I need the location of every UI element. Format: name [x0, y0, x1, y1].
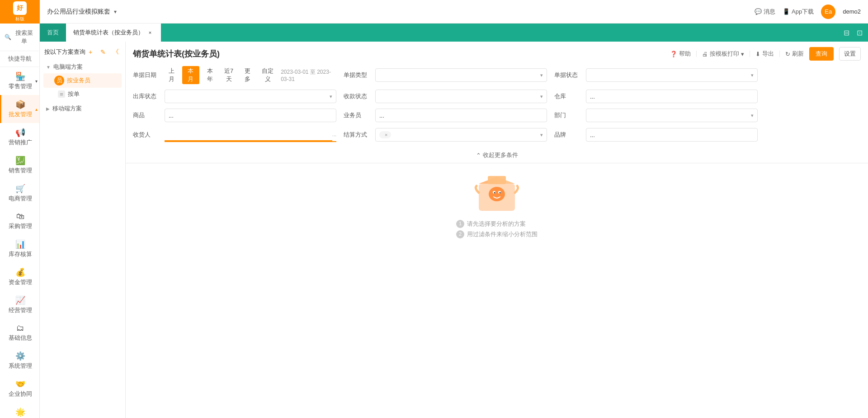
left-panel: 按以下方案查询 + ✎ 《 ▼ 电脑端方案 员 — [40, 42, 126, 418]
filter-row-3: 商品 ... 业务员 ... 部门 — [133, 109, 861, 122]
goods-select[interactable]: ... — [165, 109, 336, 122]
sidebar-item-enterprise[interactable]: 🤝 企业协同 — [0, 375, 39, 403]
purchase-icon: 🛍 — [16, 212, 24, 221]
dept-arrow: ▾ — [751, 113, 754, 119]
collapse-panel-btn[interactable]: 《 — [111, 47, 121, 57]
export-btn[interactable]: ⬇ 导出 — [755, 50, 774, 58]
newbie-icon: 🌟 — [15, 407, 25, 417]
brand-select[interactable]: ... — [586, 128, 758, 142]
doc-type-arrow: ▾ — [540, 72, 543, 78]
warehouse-select[interactable]: ... — [586, 90, 758, 103]
app-download-btn[interactable]: 📱 App下载 — [783, 8, 814, 16]
settings-btn[interactable]: 设置 — [839, 47, 861, 61]
consignee-more[interactable]: ... — [332, 132, 336, 137]
tab-maximize-btn[interactable]: ⊡ — [853, 27, 866, 39]
doc-type-select[interactable]: ▾ — [375, 68, 547, 82]
mobile-group-label: 移动端方案 — [52, 104, 82, 113]
current-month-btn[interactable]: 本月 — [182, 66, 200, 84]
staff-schema-icon: 员 — [54, 76, 64, 86]
print-btn[interactable]: 🖨 按模板打印 ▾ — [702, 50, 744, 58]
basic-icon: 🗂 — [16, 323, 24, 333]
empty-tip-1: 1 请先选择要分析的方案 — [456, 218, 538, 229]
schema-section: ▼ 电脑端方案 员 按业务员 ≡ 按单 — [40, 61, 125, 117]
sidebar-item-finance[interactable]: 💰 资金管理 — [0, 263, 39, 291]
payment-control: ▾ — [375, 90, 547, 103]
consignee-label: 收货人 — [133, 131, 165, 139]
left-panel-actions: + ✎ 《 — [85, 47, 121, 57]
outbound-select[interactable]: ▾ — [165, 90, 336, 103]
search-menu-section: 🔍 搜索菜单 — [0, 24, 39, 51]
schema-item-by-staff[interactable]: 员 按业务员 — [43, 73, 122, 88]
message-icon: 💬 — [755, 8, 762, 15]
user-avatar[interactable]: Ea — [821, 5, 835, 19]
edit-schema-btn[interactable]: ✎ — [98, 47, 108, 57]
warehouse-more: ... — [590, 93, 595, 100]
refresh-icon: ↻ — [785, 51, 790, 57]
dept-label: 部门 — [554, 111, 586, 119]
collapse-icon: ⌃ — [476, 152, 481, 159]
sidebar-item-basic[interactable]: 🗂 基础信息 — [0, 319, 39, 347]
dept-control: ▾ — [586, 109, 758, 122]
quick-nav-button[interactable]: 快捷导航 — [3, 53, 37, 65]
main-area: 办公用品行业模拟账套 ▾ 💬 消息 📱 App下载 Ea demo2 首页 销货… — [40, 0, 868, 418]
print-dropdown-icon: ▾ — [741, 51, 744, 57]
tab-close-btn[interactable]: × — [146, 29, 154, 36]
divider-2 — [750, 51, 750, 57]
sidebar-item-inventory[interactable]: 📊 库存核算 — [0, 235, 39, 263]
topbar-title: 办公用品行业模拟账套 — [47, 8, 110, 16]
settlement-select[interactable]: × ▾ — [375, 128, 547, 142]
tabbar: 首页 销货单统计表（按业务员） × ⊟ ⊡ — [40, 24, 868, 42]
last-month-btn[interactable]: 上月 — [165, 66, 179, 84]
data-area: 1 请先选择要分析的方案 2 用过滤条件来缩小分析范围 — [126, 163, 868, 418]
add-schema-btn[interactable]: + — [85, 47, 95, 57]
staff-more: ... — [379, 112, 384, 119]
more-date-btn[interactable]: 更多 — [241, 66, 255, 84]
sidebar-item-retail[interactable]: 🏪 零售管理 ▾ — [0, 67, 39, 95]
right-panel: 销货单统计表(按业务员) ❓ 帮助 🖨 按模板打印 ▾ — [126, 42, 868, 418]
warehouse-label: 仓库 — [554, 92, 586, 100]
sidebar-item-newbie[interactable]: 🌟 新手引导 — [0, 403, 39, 418]
empty-svg — [470, 163, 524, 213]
message-btn[interactable]: 💬 消息 — [755, 8, 775, 16]
sidebar-item-marketing[interactable]: 📢 营销推广 — [0, 123, 39, 151]
settlement-tag-clear[interactable]: × — [385, 132, 387, 138]
last-7-days-btn[interactable]: 近7天 — [221, 66, 237, 84]
schema-item-by-order[interactable]: ≡ 按单 — [43, 88, 122, 100]
mobile-schema-group-header[interactable]: ▶ 移动端方案 — [43, 102, 122, 115]
svg-rect-1 — [488, 176, 506, 184]
custom-date-btn[interactable]: 自定义 — [258, 66, 277, 84]
topbar-dropdown-btn[interactable]: ▾ — [114, 9, 117, 15]
payment-select[interactable]: ▾ — [375, 90, 547, 103]
tab-sales-report[interactable]: 销货单统计表（按业务员） × — [66, 24, 161, 42]
filter-row-4: 收货人 ... 结算方式 × — [133, 128, 861, 142]
doc-status-arrow: ▾ — [751, 72, 754, 78]
consignee-control: ... — [165, 128, 336, 142]
search-menu-button[interactable]: 🔍 搜索菜单 — [3, 27, 37, 47]
sidebar-item-sales[interactable]: 💹 销售管理 — [0, 151, 39, 179]
tab-minimize-btn[interactable]: ⊟ — [840, 27, 853, 39]
staff-label: 业务员 — [344, 111, 375, 119]
pc-schema-group-header[interactable]: ▼ 电脑端方案 — [43, 61, 122, 73]
collapse-filters-btn[interactable]: ⌃ 收起更多条件 — [133, 147, 861, 163]
sidebar-item-wholesale[interactable]: 📦 批发管理 ▴ — [0, 95, 39, 123]
refresh-btn[interactable]: ↻ 刷新 — [785, 50, 804, 58]
staff-select[interactable]: ... — [375, 109, 547, 122]
username-label[interactable]: demo2 — [843, 8, 861, 15]
left-panel-title: 按以下方案查询 — [44, 48, 85, 56]
current-year-btn[interactable]: 本年 — [203, 66, 217, 84]
app-logo[interactable]: 好 标版 — [0, 0, 40, 24]
doc-status-select[interactable]: ▾ — [586, 68, 758, 82]
sidebar-item-system[interactable]: ⚙️ 系统管理 — [0, 347, 39, 375]
sidebar-item-ecommerce[interactable]: 🛒 电商管理 — [0, 179, 39, 207]
sidebar-item-operations[interactable]: 📈 经营管理 — [0, 291, 39, 319]
tab-home[interactable]: 首页 — [40, 24, 66, 42]
help-btn[interactable]: ❓ 帮助 — [670, 50, 691, 58]
content-area: 按以下方案查询 + ✎ 《 ▼ 电脑端方案 员 — [40, 42, 868, 418]
doc-status-label: 单据状态 — [554, 71, 586, 79]
doc-type-control: ▾ — [375, 68, 547, 82]
dept-select[interactable]: ▾ — [586, 109, 758, 122]
query-btn[interactable]: 查询 — [809, 47, 834, 61]
consignee-input[interactable] — [165, 128, 332, 141]
sidebar-item-purchase[interactable]: 🛍 采购管理 — [0, 207, 39, 235]
empty-text: 1 请先选择要分析的方案 2 用过滤条件来缩小分析范围 — [456, 218, 538, 240]
